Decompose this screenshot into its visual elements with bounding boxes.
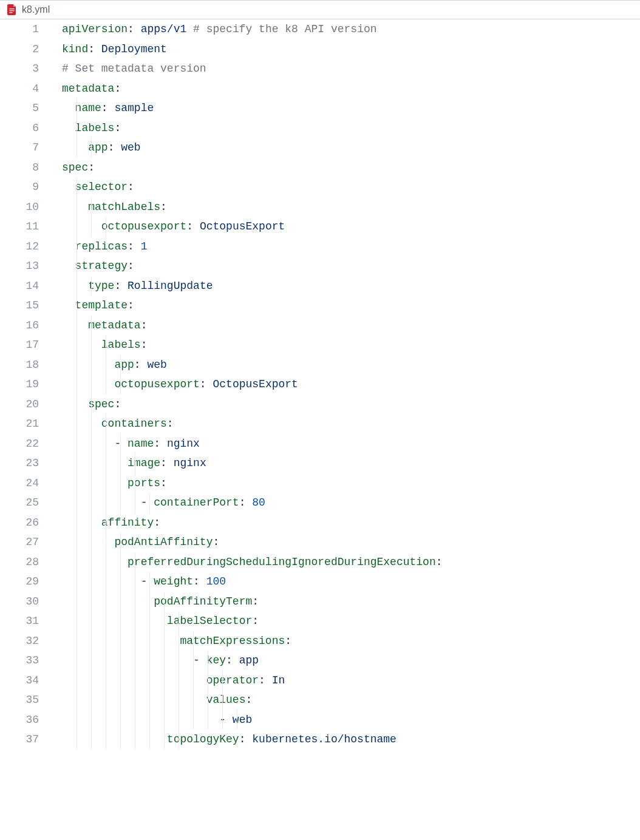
code-row[interactable]: 22 - name: nginx	[0, 434, 640, 454]
line-number[interactable]: 11	[0, 217, 49, 237]
code-line[interactable]: - web	[49, 710, 640, 730]
line-number[interactable]: 16	[0, 316, 49, 336]
line-number[interactable]: 35	[0, 690, 49, 710]
line-number[interactable]: 12	[0, 237, 49, 257]
line-number[interactable]: 22	[0, 434, 49, 454]
code-row[interactable]: 8spec:	[0, 158, 640, 178]
code-line[interactable]: name: sample	[49, 98, 640, 118]
code-row[interactable]: 1apiVersion: apps/v1 # specify the k8 AP…	[0, 19, 640, 39]
code-line[interactable]: affinity:	[49, 513, 640, 533]
code-line[interactable]: type: RollingUpdate	[49, 276, 640, 296]
line-number[interactable]: 4	[0, 79, 49, 99]
line-number[interactable]: 36	[0, 710, 49, 730]
code-row[interactable]: 35 values:	[0, 690, 640, 710]
code-row[interactable]: 11 octopusexport: OctopusExport	[0, 217, 640, 237]
line-number[interactable]: 32	[0, 631, 49, 651]
code-line[interactable]: kind: Deployment	[49, 39, 640, 59]
code-row[interactable]: 9 selector:	[0, 177, 640, 197]
code-line[interactable]: ports:	[49, 473, 640, 493]
code-row[interactable]: 4metadata:	[0, 79, 640, 99]
code-row[interactable]: 7 app: web	[0, 138, 640, 158]
line-number[interactable]: 30	[0, 592, 49, 612]
code-line[interactable]: app: web	[49, 138, 640, 158]
line-number[interactable]: 14	[0, 276, 49, 296]
line-number[interactable]: 6	[0, 118, 49, 138]
code-line[interactable]: podAffinityTerm:	[49, 592, 640, 612]
code-line[interactable]: octopusexport: OctopusExport	[49, 217, 640, 237]
line-number[interactable]: 37	[0, 730, 49, 750]
code-row[interactable]: 5 name: sample	[0, 98, 640, 118]
line-number[interactable]: 5	[0, 98, 49, 118]
line-number[interactable]: 15	[0, 296, 49, 316]
line-number[interactable]: 33	[0, 651, 49, 671]
code-line[interactable]: replicas: 1	[49, 237, 640, 257]
code-row[interactable]: 14 type: RollingUpdate	[0, 276, 640, 296]
code-line[interactable]: metadata:	[49, 79, 640, 99]
code-row[interactable]: 17 labels:	[0, 335, 640, 355]
line-number[interactable]: 34	[0, 671, 49, 691]
line-number[interactable]: 28	[0, 552, 49, 572]
code-line[interactable]: labels:	[49, 118, 640, 138]
code-line[interactable]: template:	[49, 296, 640, 316]
line-number[interactable]: 1	[0, 19, 49, 39]
code-line[interactable]: octopusexport: OctopusExport	[49, 374, 640, 395]
code-row[interactable]: 3# Set metadata version	[0, 59, 640, 79]
code-row[interactable]: 34 operator: In	[0, 671, 640, 691]
code-line[interactable]: - containerPort: 80	[49, 493, 640, 513]
code-row[interactable]: 36 - web	[0, 710, 640, 730]
line-number[interactable]: 29	[0, 572, 49, 592]
code-row[interactable]: 31 labelSelector:	[0, 611, 640, 631]
code-row[interactable]: 15 template:	[0, 296, 640, 316]
code-row[interactable]: 12 replicas: 1	[0, 237, 640, 257]
line-number[interactable]: 17	[0, 335, 49, 355]
line-number[interactable]: 19	[0, 374, 49, 395]
code-line[interactable]: - name: nginx	[49, 434, 640, 454]
code-line[interactable]: - weight: 100	[49, 572, 640, 592]
code-line[interactable]: metadata:	[49, 316, 640, 336]
line-number[interactable]: 24	[0, 473, 49, 493]
file-name[interactable]: k8.yml	[22, 4, 50, 15]
code-row[interactable]: 32 matchExpressions:	[0, 631, 640, 651]
code-row[interactable]: 25 - containerPort: 80	[0, 493, 640, 513]
code-line[interactable]: strategy:	[49, 256, 640, 276]
code-row[interactable]: 33 - key: app	[0, 651, 640, 671]
code-row[interactable]: 13 strategy:	[0, 256, 640, 276]
code-line[interactable]: labels:	[49, 335, 640, 355]
code-row[interactable]: 16 metadata:	[0, 316, 640, 336]
code-row[interactable]: 24 ports:	[0, 473, 640, 493]
line-number[interactable]: 21	[0, 414, 49, 434]
code-row[interactable]: 29 - weight: 100	[0, 572, 640, 592]
code-row[interactable]: 27 podAntiAffinity:	[0, 532, 640, 552]
line-number[interactable]: 18	[0, 355, 49, 375]
line-number[interactable]: 25	[0, 493, 49, 513]
line-number[interactable]: 3	[0, 59, 49, 79]
code-line[interactable]: spec:	[49, 395, 640, 415]
code-line[interactable]: matchExpressions:	[49, 631, 640, 651]
code-line[interactable]: apiVersion: apps/v1 # specify the k8 API…	[49, 19, 640, 39]
code-line[interactable]: - key: app	[49, 651, 640, 671]
code-line[interactable]: matchLabels:	[49, 197, 640, 217]
code-line[interactable]: topologyKey: kubernetes.io/hostname	[49, 730, 640, 750]
code-row[interactable]: 10 matchLabels:	[0, 197, 640, 217]
code-row[interactable]: 23 image: nginx	[0, 453, 640, 473]
code-line[interactable]: containers:	[49, 414, 640, 434]
code-line[interactable]: labelSelector:	[49, 611, 640, 631]
code-row[interactable]: 28 preferredDuringSchedulingIgnoredDurin…	[0, 552, 640, 572]
code-line[interactable]: selector:	[49, 177, 640, 197]
code-row[interactable]: 26 affinity:	[0, 513, 640, 533]
code-row[interactable]: 2kind: Deployment	[0, 39, 640, 59]
code-row[interactable]: 19 octopusexport: OctopusExport	[0, 374, 640, 395]
line-number[interactable]: 8	[0, 158, 49, 178]
code-line[interactable]: app: web	[49, 355, 640, 375]
code-row[interactable]: 6 labels:	[0, 118, 640, 138]
line-number[interactable]: 13	[0, 256, 49, 276]
line-number[interactable]: 7	[0, 138, 49, 158]
line-number[interactable]: 23	[0, 453, 49, 473]
code-line[interactable]: # Set metadata version	[49, 59, 640, 79]
code-line[interactable]: operator: In	[49, 671, 640, 691]
code-line[interactable]: spec:	[49, 158, 640, 178]
code-line[interactable]: podAntiAffinity:	[49, 532, 640, 552]
line-number[interactable]: 26	[0, 513, 49, 533]
code-row[interactable]: 18 app: web	[0, 355, 640, 375]
code-line[interactable]: values:	[49, 690, 640, 710]
